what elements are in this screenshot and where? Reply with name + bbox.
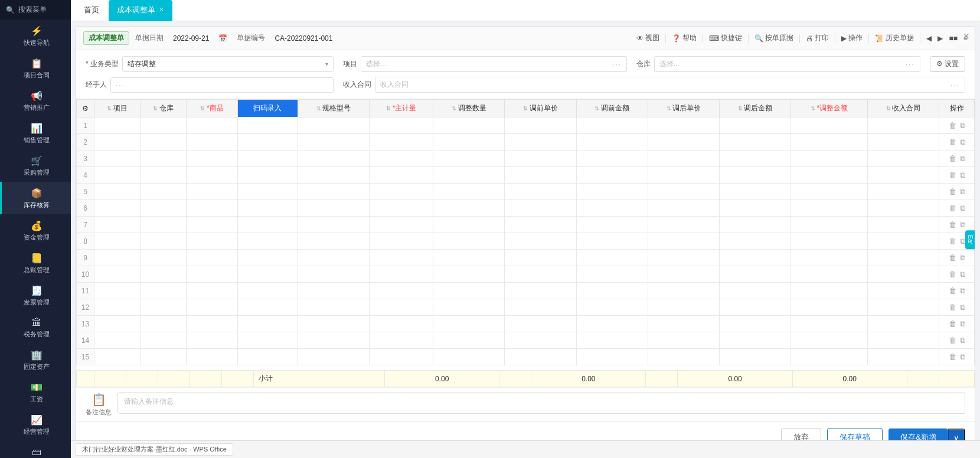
cell-4[interactable]	[298, 233, 370, 250]
sidebar-search[interactable]: 🔍 搜索菜单	[0, 0, 71, 19]
cell-6[interactable]	[433, 134, 505, 151]
cell-7[interactable]	[505, 283, 576, 299]
cell-10[interactable]	[719, 332, 790, 349]
cell-1[interactable]	[141, 167, 187, 184]
cell-9[interactable]	[648, 233, 719, 250]
taskbar-wps-item[interactable]: 木门行业好业财处理方案-墨红红.doc - WPS Office	[76, 443, 233, 456]
cell-12[interactable]	[867, 349, 939, 365]
project-dots[interactable]: ···	[612, 60, 622, 68]
cell-0[interactable]	[94, 217, 141, 233]
cell-0[interactable]	[94, 349, 141, 365]
delete-icon[interactable]: 🗑	[949, 220, 956, 230]
cell-7[interactable]	[505, 184, 576, 200]
sidebar-item-invoice[interactable]: 🧾 发票管理	[0, 279, 71, 312]
cell-12[interactable]	[867, 151, 939, 167]
cell-12[interactable]	[867, 184, 939, 200]
cell-10[interactable]	[719, 200, 790, 217]
cell-9[interactable]	[648, 117, 719, 134]
cell-11[interactable]	[791, 151, 868, 167]
sidebar-item-sales-promo[interactable]: 📢 营销推广	[0, 84, 71, 117]
copy-icon[interactable]: ⧉	[960, 352, 965, 362]
cell-10[interactable]	[719, 349, 790, 365]
agent-dots[interactable]: ···	[116, 81, 125, 89]
delete-icon[interactable]: 🗑	[949, 270, 956, 279]
cell-6[interactable]	[433, 283, 505, 299]
cell-9[interactable]	[648, 299, 719, 316]
cell-12[interactable]	[867, 200, 939, 217]
cell-0[interactable]	[94, 200, 141, 217]
warehouse-input[interactable]: 选择... ···	[654, 56, 920, 72]
copy-icon[interactable]: ⧉	[960, 187, 965, 197]
cell-6[interactable]	[433, 316, 505, 332]
cell-12[interactable]	[867, 316, 939, 332]
cell-6[interactable]	[433, 200, 505, 217]
copy-icon[interactable]: ⧉	[960, 204, 965, 213]
cell-8[interactable]	[576, 184, 648, 200]
delete-icon[interactable]: 🗑	[949, 352, 956, 362]
cell-11[interactable]	[791, 299, 868, 316]
cell-7[interactable]	[505, 299, 576, 316]
cell-11[interactable]	[791, 349, 868, 365]
cell-2[interactable]	[187, 250, 237, 266]
cell-9[interactable]	[648, 134, 719, 151]
action-review[interactable]: 🔍 按单原据	[754, 33, 793, 43]
sidebar-item-base-info[interactable]: 🗃 基础信息	[0, 441, 71, 458]
table-wrapper[interactable]: ⚙ ⇅ 项目 ⇅ 仓库 ⇅ *商品 扫码录入 ⇅ 规格型号 ⇅ *主计量 ⇅ 调…	[76, 99, 975, 370]
cell-11[interactable]	[791, 233, 868, 250]
cell-2[interactable]	[187, 117, 237, 134]
col-scan[interactable]: 扫码录入	[237, 100, 298, 117]
cell-3[interactable]	[237, 200, 298, 217]
notes-icon-area[interactable]: 📋 备注信息	[86, 392, 112, 417]
cell-1[interactable]	[141, 349, 187, 365]
cell-10[interactable]	[719, 266, 790, 283]
cell-8[interactable]	[576, 134, 648, 151]
cell-4[interactable]	[298, 167, 370, 184]
cell-5[interactable]	[370, 200, 433, 217]
sidebar-item-purchase-mgmt[interactable]: 🛒 采购管理	[0, 149, 71, 182]
cell-10[interactable]	[719, 184, 790, 200]
cell-1[interactable]	[141, 316, 187, 332]
cell-11[interactable]	[791, 200, 868, 217]
cell-6[interactable]	[433, 117, 505, 134]
cell-7[interactable]	[505, 151, 576, 167]
cell-1[interactable]	[141, 299, 187, 316]
cell-10[interactable]	[719, 217, 790, 233]
cell-9[interactable]	[648, 266, 719, 283]
sidebar-item-quick-nav[interactable]: ⚡ 快速导航	[0, 19, 71, 52]
cell-3[interactable]	[237, 349, 298, 365]
sidebar-item-assets[interactable]: 🏢 固定资产	[0, 344, 71, 376]
cell-7[interactable]	[505, 200, 576, 217]
sidebar-item-ledger[interactable]: 📒 总账管理	[0, 247, 71, 279]
doc-date-icon[interactable]: 📅	[218, 34, 227, 42]
cell-0[interactable]	[94, 283, 141, 299]
cell-3[interactable]	[237, 299, 298, 316]
cell-3[interactable]	[237, 283, 298, 299]
cell-1[interactable]	[141, 151, 187, 167]
cell-3[interactable]	[237, 184, 298, 200]
cell-6[interactable]	[433, 250, 505, 266]
delete-icon[interactable]: 🗑	[949, 253, 956, 263]
copy-icon[interactable]: ⧉	[960, 270, 965, 279]
cell-9[interactable]	[648, 349, 719, 365]
cell-3[interactable]	[237, 233, 298, 250]
cell-2[interactable]	[187, 266, 237, 283]
cell-8[interactable]	[576, 332, 648, 349]
cell-6[interactable]	[433, 151, 505, 167]
cell-7[interactable]	[505, 217, 576, 233]
cell-8[interactable]	[576, 299, 648, 316]
cell-6[interactable]	[433, 332, 505, 349]
cell-6[interactable]	[433, 299, 505, 316]
cell-4[interactable]	[298, 349, 370, 365]
cell-0[interactable]	[94, 233, 141, 250]
tab-cost-adjust[interactable]: 成本调整单 ✕	[109, 0, 172, 21]
cell-8[interactable]	[576, 217, 648, 233]
delete-icon[interactable]: 🗑	[949, 303, 956, 312]
cell-12[interactable]	[867, 250, 939, 266]
cell-0[interactable]	[94, 184, 141, 200]
cell-1[interactable]	[141, 266, 187, 283]
cell-0[interactable]	[94, 250, 141, 266]
copy-icon[interactable]: ⧉	[960, 121, 965, 130]
cell-4[interactable]	[298, 299, 370, 316]
cell-2[interactable]	[187, 184, 237, 200]
view-grid-icon[interactable]: ■■	[949, 34, 958, 42]
